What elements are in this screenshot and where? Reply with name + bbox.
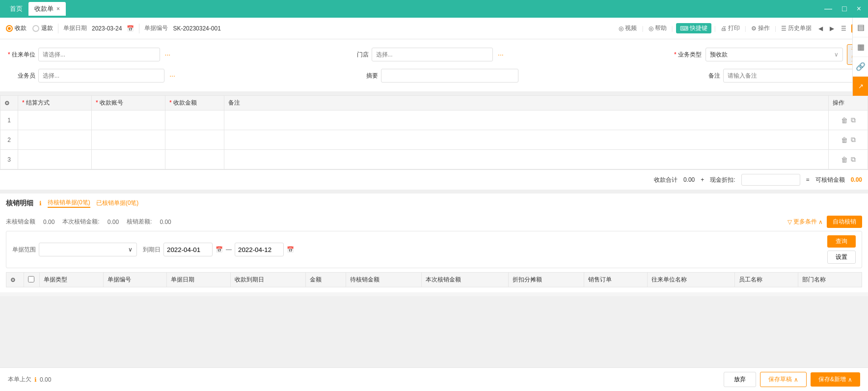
- staff-input[interactable]: [38, 69, 164, 83]
- nav-prev-button[interactable]: ◀: [816, 24, 825, 33]
- tab-active-label: 收款单: [34, 4, 54, 13]
- save-new-button[interactable]: 保存&新增 ∧: [811, 372, 860, 387]
- row-3-account[interactable]: [92, 150, 165, 169]
- verify-tab-done[interactable]: 已核销单据(0笔): [96, 199, 139, 207]
- calendar-icon[interactable]: 📅: [127, 25, 134, 32]
- range-select[interactable]: ∨: [39, 243, 137, 256]
- save-arrow-icon: ∧: [848, 376, 852, 383]
- date-value[interactable]: 2023-03-24: [92, 25, 122, 32]
- form-row-2: 业务员 ··· 摘要 备注: [6, 69, 862, 83]
- nav-next-button[interactable]: ▶: [828, 24, 836, 33]
- radio-receive[interactable]: 收款: [6, 24, 27, 32]
- row-2-copy-icon[interactable]: ⧉: [851, 136, 856, 144]
- row-1-remark[interactable]: [224, 111, 829, 130]
- row-1-amount[interactable]: [165, 111, 224, 130]
- col-remark-header: 备注: [224, 96, 829, 111]
- calendar-end-icon[interactable]: 📅: [287, 246, 294, 253]
- row-3-copy-icon[interactable]: ⧉: [851, 155, 856, 164]
- more-conditions-button[interactable]: ▽ 更多条件 ∧: [787, 218, 823, 226]
- plus-sign: +: [701, 176, 704, 183]
- draft-button[interactable]: 保存草稿 ∧: [760, 372, 807, 387]
- scroll-area: [0, 292, 868, 296]
- sidebar-icon-2[interactable]: ▦: [853, 37, 868, 57]
- due-date-end-input[interactable]: [235, 243, 284, 256]
- partner-field: * 往来单位 ···: [6, 48, 172, 61]
- history-button[interactable]: ☰ 历史单据: [779, 23, 814, 33]
- sidebar-icon-1[interactable]: ▤: [853, 18, 868, 37]
- sub-col-partner-header: 往来单位名称: [648, 273, 734, 287]
- auto-verify-button[interactable]: 自动核销: [827, 216, 862, 228]
- tab-close-icon[interactable]: ×: [56, 5, 60, 12]
- close-button[interactable]: ×: [854, 3, 864, 14]
- filter-settings-button[interactable]: 设置: [827, 251, 856, 264]
- sidebar-icon-4[interactable]: ↗: [853, 77, 868, 96]
- print-button[interactable]: 🖨 打印: [719, 23, 742, 33]
- sub-col-check-header[interactable]: [24, 273, 40, 287]
- grid-icon: ▦: [857, 42, 865, 52]
- restore-button[interactable]: □: [839, 3, 850, 14]
- row-2-delete-icon[interactable]: 🗑: [841, 136, 848, 144]
- number-label: 单据编号: [144, 24, 168, 32]
- query-button[interactable]: 查询: [827, 235, 856, 248]
- range-label: 单据范围: [12, 246, 36, 254]
- row-3-amount[interactable]: [165, 150, 224, 169]
- partner-more-button[interactable]: ···: [163, 51, 173, 58]
- video-button[interactable]: ◎ 视频: [617, 23, 639, 33]
- row-1-settle[interactable]: [18, 111, 92, 130]
- biz-type-field: * 业务类型 预收款 ∨ 设置: [672, 44, 862, 65]
- row-3-delete-icon[interactable]: 🗑: [841, 156, 848, 164]
- verify-tab-pending[interactable]: 待核销单据(0笔): [48, 198, 90, 208]
- shop-more-button[interactable]: ···: [496, 51, 506, 58]
- table-section: ⚙ * 结算方式 * 收款账号 * 收款金额 备注 操作: [0, 95, 868, 190]
- row-2-settle[interactable]: [18, 130, 92, 150]
- ops-button[interactable]: ⚙ 操作: [749, 23, 772, 33]
- sub-col-dept-header: 部门名称: [798, 273, 862, 287]
- total-value: 0.00: [683, 176, 695, 183]
- shop-input[interactable]: [372, 48, 493, 61]
- link-icon: 🔗: [856, 62, 866, 71]
- summary-label: 摘要: [349, 72, 378, 80]
- minimize-button[interactable]: —: [821, 3, 835, 14]
- biz-type-select[interactable]: 预收款 ∨: [705, 48, 843, 61]
- sub-col-number-header: 单据编号: [103, 273, 167, 287]
- col-settings-header[interactable]: ⚙: [0, 96, 18, 111]
- help-button[interactable]: ◎ 帮助: [647, 23, 669, 33]
- note-label: 备注: [691, 72, 720, 80]
- sidebar-icon-3[interactable]: 🔗: [853, 57, 868, 77]
- form-row-1: * 往来单位 ··· 门店 ··· * 业务类型 预收款 ∨ 设置: [6, 44, 862, 65]
- staff-more-button[interactable]: ···: [167, 72, 177, 80]
- row-1-account[interactable]: [92, 111, 165, 130]
- row-3-settle[interactable]: [18, 150, 92, 169]
- table-header-row: ⚙ * 结算方式 * 收款账号 * 收款金额 备注 操作: [0, 96, 868, 111]
- shortcut-button[interactable]: ⌨ 快捷键: [676, 23, 711, 33]
- row-1-copy-icon[interactable]: ⧉: [851, 116, 856, 124]
- note-input[interactable]: [723, 69, 862, 83]
- draft-arrow-icon: ∧: [794, 376, 798, 383]
- list-view-button[interactable]: ☰: [839, 24, 848, 33]
- summary-input[interactable]: [381, 69, 518, 83]
- row-2-account[interactable]: [92, 130, 165, 150]
- sub-col-date-header: 单据日期: [167, 273, 231, 287]
- unverify-label: 未核销金额: [6, 218, 35, 226]
- verify-filter: ▽ 更多条件 ∧ 自动核销: [787, 216, 862, 228]
- due-date-start-input[interactable]: [163, 243, 213, 256]
- select-all-checkbox[interactable]: [28, 276, 34, 282]
- radio-refund[interactable]: 退款: [32, 24, 53, 32]
- calendar-start-icon[interactable]: 📅: [216, 246, 223, 253]
- sub-col-settings-header[interactable]: ⚙: [6, 273, 24, 287]
- partner-input[interactable]: [38, 48, 160, 61]
- right-sidebar: ▤ ▦ 🔗 ↗: [852, 18, 868, 96]
- abandon-button[interactable]: 放弃: [724, 372, 756, 387]
- row-2-amount[interactable]: [165, 130, 224, 150]
- sub-col-sales-header: 销售订单: [584, 273, 648, 287]
- biz-type-arrow: ∨: [834, 51, 839, 58]
- tab-active[interactable]: 收款单 ×: [28, 2, 66, 16]
- discount-input[interactable]: [741, 174, 800, 186]
- verify-info-icon[interactable]: ℹ: [39, 200, 42, 207]
- row-2-remark[interactable]: [224, 130, 829, 150]
- toolbar: 收款 退款 单据日期 2023-03-24 📅 单据编号 SK-20230324…: [0, 18, 868, 39]
- row-3-remark[interactable]: [224, 150, 829, 169]
- help-icon: ◎: [649, 25, 653, 32]
- row-1-delete-icon[interactable]: 🗑: [841, 116, 848, 124]
- tab-home[interactable]: 首页: [4, 2, 28, 16]
